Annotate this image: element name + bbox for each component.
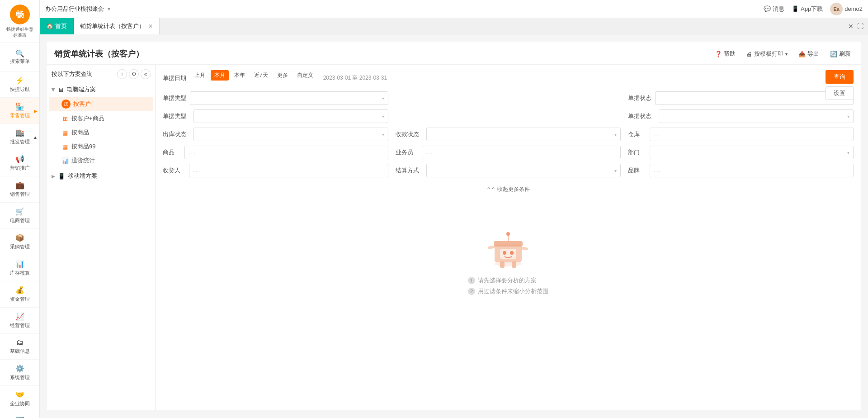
export-icon: 📤 [798,51,806,57]
sidebar-item-ops-label: 经营管理 [10,322,30,329]
user-menu[interactable]: Ea demo2 [830,3,863,15]
by-customer-icon: 按 [61,100,71,109]
scheme-item-by-customer[interactable]: 按 按客户 [49,97,153,111]
query-button[interactable]: 查询 [826,70,854,84]
svg-rect-11 [512,261,516,268]
scheme-group-mobile: ▶ 📱 移动端方案 [47,169,155,183]
left-panel-header: 按以下方案查询 + ⚙ « [47,69,155,83]
purchase-icon: 📦 [15,233,24,242]
tab-bar: 🏠 首页 销货单统计表（按客户） ✕ ✕ ⛶ [40,18,868,34]
sidebar-search-section: 🔍 搜索菜单 [0,43,39,71]
collapse-conditions-button[interactable]: ⌃⌃ 收起更多条件 [163,182,854,197]
tab-close-icon[interactable]: ✕ [148,23,153,29]
sidebar-item-inventory[interactable]: 📊 库存核算 [0,255,39,281]
sidebar-item-retail[interactable]: 🏪 零售管理 ▶ [0,98,39,124]
date-btn-thisyear[interactable]: 本年 [231,70,249,81]
export-button[interactable]: 📤 导出 [796,48,822,60]
department-select[interactable]: ▾ [650,146,854,159]
date-btn-more[interactable]: 更多 [274,70,292,81]
bill-status-select[interactable]: ▾ [659,109,854,123]
add-scheme-button[interactable]: + [117,69,127,79]
sidebar-item-purchase[interactable]: 📦 采购管理 [0,229,39,255]
sidebar-item-basic[interactable]: 🗂 基础信息 [0,334,39,360]
date-btn-7days[interactable]: 近7天 [250,70,272,81]
date-btn-custom[interactable]: 自定义 [293,70,317,81]
collapse-panel-button[interactable]: « [141,69,151,79]
refresh-icon: 🔄 [830,51,837,57]
sidebar-item-search[interactable]: 🔍 搜索菜单 [3,47,37,67]
print-template-button[interactable]: 🖨 按模板打印 ▾ [744,48,790,60]
goods-input[interactable]: ··· [184,146,388,159]
mobile-group-label: 移动端方案 [68,172,97,180]
sidebar: 畅 畅捷通好生意 标准版 🔍 搜索菜单 ⚡ 快捷导航 🏪 零售管理 ▶ 🏬 批发… [0,0,40,418]
page-header: 销货单统计表（按客户） ❓ 帮助 🖨 按模板打印 ▾ 📤 导出 [47,42,861,65]
tab-maximize-area: ✕ ⛶ [848,23,868,30]
breadcrumb-dropdown-icon[interactable]: ▾ [108,6,110,12]
bill-type-row-label: 单据类型 [163,112,190,120]
sidebar-nav: ⚡ 快捷导航 🏪 零售管理 ▶ 🏬 批发管理 ▲ 📢 营销推广 💼 销售管理 🛒… [0,71,39,418]
maximize-icon[interactable]: ⛶ [857,23,863,30]
sidebar-item-finance[interactable]: 💰 资金管理 [0,281,39,308]
desktop-group-arrow-icon: ▶ [51,88,56,91]
warehouse-input[interactable]: ··· [650,128,854,141]
refresh-button[interactable]: 🔄 刷新 [827,48,854,60]
bill-type-select-arrow: ▾ [382,114,384,119]
salesman-row: 业务员 ··· [396,146,621,159]
scheme-item-by-goods[interactable]: ▦ 按商品 [49,126,153,139]
settings-button[interactable]: 设置 [826,86,854,100]
tab-sales-stat[interactable]: 销货单统计表（按客户） ✕ [74,18,160,34]
receiver-input[interactable]: ··· [189,164,388,177]
salesman-input[interactable]: ··· [422,146,621,159]
scheme-group-desktop-header[interactable]: ▶ 🖥 电脑端方案 [47,83,155,96]
scheme-group-mobile-header[interactable]: ▶ 📱 移动端方案 [47,169,155,183]
sidebar-item-newuser[interactable]: 🆕 新手引导 [0,412,39,418]
action-buttons: 查询 设置 [826,70,854,100]
desktop-group-label: 电脑端方案 [66,86,96,94]
logo-icon: 畅 [10,5,30,24]
retail-arrow-icon: ▶ [34,108,38,113]
payment-method-select[interactable]: ▾ [426,164,621,177]
left-panel-actions: + ⚙ « [117,69,151,79]
date-btn-lastmonth[interactable]: 上月 [191,70,209,81]
scheme-item-return-stat[interactable]: 📊 退货统计 [49,154,153,167]
empty-hint-2: 2 用过滤条件来缩小分析范围 [468,287,548,295]
collapse-label: 收起更多条件 [497,185,530,193]
payment-status-select[interactable]: ▾ [426,128,621,141]
goods-label: 商品 [163,148,181,157]
bill-type-select[interactable]: ▾ [193,109,388,123]
sidebar-item-sales[interactable]: 💼 销售管理 [0,176,39,203]
sidebar-item-ecom[interactable]: 🛒 电商管理 [0,203,39,229]
messages-button[interactable]: 💬 消息 [764,5,784,13]
sidebar-item-ecom-label: 电商管理 [10,217,30,224]
tab-sales-stat-label: 销货单统计表（按客户） [80,22,145,30]
help-label: 帮助 [724,50,736,58]
help-button[interactable]: ❓ 帮助 [712,48,738,60]
brand-input[interactable]: ··· [650,164,854,177]
sidebar-item-purchase-label: 采购管理 [10,243,30,250]
bill-type-input[interactable]: ▾ [190,91,388,105]
sidebar-item-system[interactable]: ⚙️ 系统管理 [0,360,39,386]
app-download-button[interactable]: 📱 App下载 [792,5,823,13]
bill-status-label: 单据状态 [628,94,651,102]
date-btn-thismonth[interactable]: 本月 [211,70,229,81]
department-arrow: ▾ [847,150,849,155]
close-window-icon[interactable]: ✕ [848,23,854,30]
scheme-settings-button[interactable]: ⚙ [129,69,139,79]
scheme-item-by-customer-goods[interactable]: ⊞ 按客户+商品 [49,112,153,125]
logo-text: 畅捷通好生意 标准版 [6,26,33,38]
tab-home[interactable]: 🏠 首页 [40,18,74,34]
scheme-item-by-goods99[interactable]: ▦ 按商品99 [49,140,153,153]
print-dropdown-icon: ▾ [785,52,788,57]
sidebar-item-wholesale[interactable]: 🏬 批发管理 ▲ [0,124,39,150]
sidebar-item-company[interactable]: 🤝 企业协同 [0,386,39,412]
goods-row: 商品 ··· [163,146,388,159]
by-goods99-label: 按商品99 [71,142,95,151]
sidebar-item-quicknav[interactable]: ⚡ 快捷导航 [0,71,39,98]
svg-point-4 [503,251,506,255]
sidebar-item-marketing[interactable]: 📢 营销推广 [0,150,39,176]
sidebar-item-ops[interactable]: 📈 经营管理 [0,308,39,334]
bill-status-input[interactable]: ▾ [655,91,854,105]
svg-rect-8 [488,245,495,249]
inventory-icon: 📊 [15,260,24,268]
out-status-select[interactable]: ▾ [193,128,388,141]
